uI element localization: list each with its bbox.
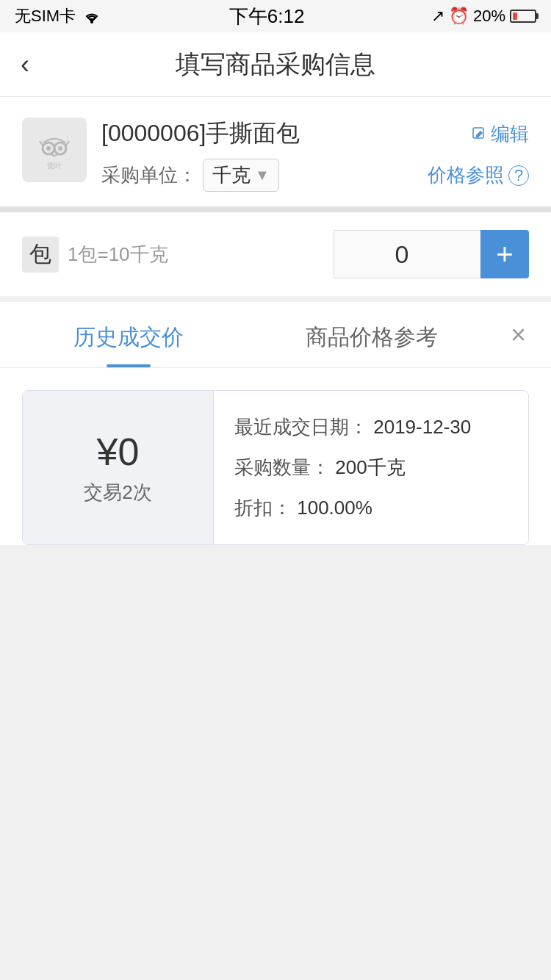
status-left: 无SIM卡 xyxy=(15,5,102,27)
tab-price-ref[interactable]: 商品价格参考 xyxy=(250,302,492,367)
product-name: [0000006]手撕面包 xyxy=(101,118,300,150)
quantity-row: 包 1包=10千克 + xyxy=(0,212,551,296)
pack-equiv: 1包=10千克 xyxy=(68,242,168,267)
quantity-control: + xyxy=(334,230,529,278)
product-logo-icon: 觉叶 xyxy=(32,128,76,172)
tab-history-price[interactable]: 历史成交价 xyxy=(7,302,250,367)
chevron-down-icon: ▼ xyxy=(255,167,270,184)
qty-label: 采购数量： xyxy=(234,456,330,478)
price-ref-label: 价格参照 xyxy=(428,162,504,188)
status-bar: 无SIM卡 下午6:12 ↗ ⏰ 20% xyxy=(0,0,551,32)
tabs-row: 历史成交价 商品价格参考 × xyxy=(0,302,551,368)
battery-fill xyxy=(513,12,517,20)
svg-text:觉叶: 觉叶 xyxy=(47,162,62,170)
location-icon: ↗ xyxy=(431,7,444,26)
history-details-right: 最近成交日期： 2019-12-30 采购数量： 200千克 折扣： 100.0… xyxy=(214,391,528,544)
close-button[interactable]: × xyxy=(493,305,544,365)
no-sim-label: 无SIM卡 xyxy=(15,5,76,27)
history-date-row: 最近成交日期： 2019-12-30 xyxy=(234,413,508,442)
main-background xyxy=(0,567,551,980)
nav-bar: ‹ 填写商品采购信息 xyxy=(0,32,551,97)
date-label: 最近成交日期： xyxy=(234,416,368,438)
plus-icon: + xyxy=(496,238,513,271)
svg-point-4 xyxy=(58,146,62,151)
unit-dropdown[interactable]: 千克 ▼ xyxy=(203,159,279,192)
history-card: ¥0 交易2次 最近成交日期： 2019-12-30 采购数量： 200千克 折… xyxy=(22,390,529,545)
close-icon: × xyxy=(511,320,526,350)
status-right: ↗ ⏰ 20% xyxy=(431,7,536,26)
unit-value: 千克 xyxy=(212,162,251,188)
svg-point-3 xyxy=(46,146,51,151)
alarm-icon: ⏰ xyxy=(449,7,469,26)
edit-button[interactable]: 编辑 xyxy=(471,121,529,147)
bottom-panel: 历史成交价 商品价格参考 × ¥0 交易2次 最近成交日期： 2019-12-3… xyxy=(0,302,551,545)
svg-point-0 xyxy=(90,21,93,24)
unit-label: 采购单位： xyxy=(101,162,197,188)
discount-label: 折扣： xyxy=(234,497,292,519)
price-ref-button[interactable]: 价格参照 ? xyxy=(428,162,529,188)
product-info: [0000006]手撕面包 编辑 采购单位： 千克 ▼ xyxy=(101,118,529,192)
page-title: 填写商品采购信息 xyxy=(176,48,375,82)
battery-pct: 20% xyxy=(473,7,505,26)
pack-label: 包 xyxy=(22,237,59,273)
battery-icon xyxy=(510,10,536,23)
qty-value: 200千克 xyxy=(335,456,405,478)
history-qty-row: 采购数量： 200千克 xyxy=(234,453,508,482)
product-thumbnail: 觉叶 xyxy=(22,118,87,182)
history-trades: 交易2次 xyxy=(84,480,151,505)
edit-icon xyxy=(471,126,487,142)
quantity-input[interactable] xyxy=(334,230,480,278)
back-button[interactable]: ‹ xyxy=(21,49,29,80)
date-value: 2019-12-30 xyxy=(373,416,471,438)
wifi-icon xyxy=(82,8,102,24)
product-name-row: [0000006]手撕面包 编辑 xyxy=(101,118,529,150)
unit-selector: 采购单位： 千克 ▼ xyxy=(101,159,279,192)
product-card: 觉叶 [0000006]手撕面包 编辑 采购单位： 千克 xyxy=(0,97,551,206)
status-time: 下午6:12 xyxy=(229,4,305,29)
quantity-plus-button[interactable]: + xyxy=(480,230,529,278)
unit-pack-info: 包 1包=10千克 xyxy=(22,237,168,273)
history-price-value: ¥0 xyxy=(97,430,140,474)
section-divider xyxy=(0,206,551,212)
discount-value: 100.00% xyxy=(297,497,372,519)
product-header: 觉叶 [0000006]手撕面包 编辑 采购单位： 千克 xyxy=(22,118,529,192)
product-unit-row: 采购单位： 千克 ▼ 价格参照 ? xyxy=(101,159,529,192)
history-price-left: ¥0 交易2次 xyxy=(23,391,214,544)
help-icon: ? xyxy=(508,165,529,186)
history-discount-row: 折扣： 100.00% xyxy=(234,494,508,522)
